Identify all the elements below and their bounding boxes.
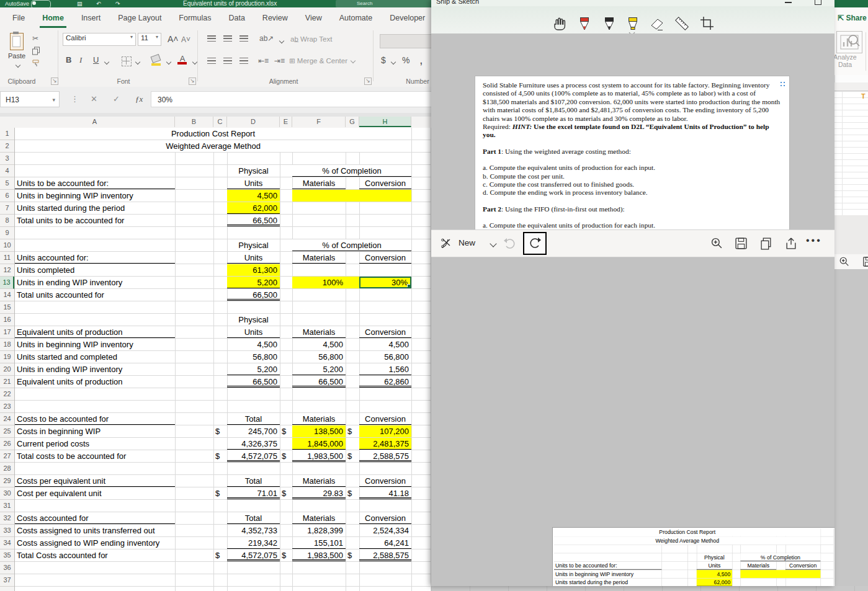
underline-button[interactable]: U <box>93 55 99 64</box>
row-header-5[interactable]: 5 <box>0 177 14 190</box>
row-5[interactable]: Units to be accounted for:UnitsMaterials… <box>15 177 431 190</box>
new-dropdown-chevron[interactable] <box>490 240 496 247</box>
format-painter-icon[interactable] <box>32 59 40 68</box>
align-top-icon[interactable] <box>207 35 216 42</box>
row-header-35[interactable]: 35 <box>0 549 14 562</box>
new-button[interactable]: New <box>459 238 475 247</box>
cell-F34[interactable]: 155,101 <box>292 537 346 549</box>
cell-F30[interactable]: 29.83 <box>292 487 346 499</box>
row-header-27[interactable]: 27 <box>0 450 14 463</box>
cell-D14[interactable]: 66,500 <box>227 289 280 301</box>
tab-review[interactable]: Review <box>254 9 297 28</box>
row-16[interactable]: Physical <box>15 314 431 326</box>
save-icon[interactable]: ▤ <box>77 0 83 7</box>
cell-F35[interactable]: 1,983,500 <box>292 549 346 561</box>
align-bottom-icon[interactable] <box>239 35 248 42</box>
cell-H35[interactable]: 2,588,575 <box>359 549 411 561</box>
redo-icon[interactable]: ↷ <box>115 0 120 7</box>
tab-page-layout[interactable]: Page Layout <box>109 9 170 28</box>
cell-F4[interactable]: % of Completion <box>292 165 411 177</box>
cell-H21[interactable]: 62,860 <box>359 376 411 388</box>
cell-A13[interactable]: Units in ending WIP inventory <box>15 277 175 288</box>
cell-C30[interactable]: $ <box>213 487 227 499</box>
row-7[interactable]: Units started during the period62,000 <box>15 202 431 215</box>
cell-H26[interactable]: 2,481,375 <box>359 438 411 450</box>
row-4[interactable]: Physical% of Completion <box>15 165 431 177</box>
row-header-1[interactable]: 1 <box>0 128 14 140</box>
row-header-32[interactable]: 32 <box>0 512 14 525</box>
cell-A1[interactable]: Production Cost Report <box>15 128 411 140</box>
row-header-6[interactable]: 6 <box>0 190 14 202</box>
cell-E25[interactable]: $ <box>280 425 292 437</box>
cell-A26[interactable]: Current period costs <box>15 438 175 450</box>
row-32[interactable]: Costs accounted forTotalMaterialsConvers… <box>15 512 431 525</box>
row-19[interactable]: Units started and completed56,80056,8005… <box>15 351 431 363</box>
more-options-icon[interactable]: ••• <box>806 235 822 246</box>
cell-F27[interactable]: 1,983,500 <box>292 450 346 462</box>
tab-automate[interactable]: Automate <box>331 9 382 28</box>
cell-A35[interactable]: Total Costs accounted for <box>15 549 175 561</box>
cell-G13[interactable] <box>346 277 359 288</box>
cell-E27[interactable]: $ <box>280 450 292 462</box>
row-header-21[interactable]: 21 <box>0 376 14 388</box>
row-header-22[interactable]: 22 <box>0 388 14 401</box>
tab-data[interactable]: Data <box>220 9 253 28</box>
cell-D30[interactable]: 71.01 <box>227 487 280 499</box>
bold-button[interactable]: B <box>66 55 71 64</box>
alignment-dialog-launcher[interactable]: ↘ <box>364 78 372 85</box>
cell-A12[interactable]: Units completed <box>15 264 175 276</box>
snip-canvas-bottom[interactable]: Production Cost ReportWeighted Average M… <box>431 257 834 586</box>
row-header-10[interactable]: 10 <box>0 239 14 252</box>
cell-F5[interactable]: Materials <box>292 177 346 189</box>
cell-D12[interactable]: 61,300 <box>227 264 280 276</box>
row-header-2[interactable]: 2 <box>0 140 14 153</box>
clipboard-dialog-launcher[interactable]: ↘ <box>51 78 58 85</box>
cell-G25[interactable]: $ <box>346 425 359 437</box>
cell-A25[interactable]: Costs in beginning WIP <box>15 425 175 437</box>
row-9[interactable] <box>15 227 431 239</box>
row-header-37[interactable]: 37 <box>0 574 14 587</box>
cell-D16[interactable]: Physical <box>227 314 280 326</box>
cell-A6[interactable]: Units in beginning WIP inventory <box>15 190 175 202</box>
redo-button-focused[interactable] <box>523 232 547 255</box>
row-14[interactable]: Total units accounted for66,500 <box>15 289 431 301</box>
row-header-11[interactable]: 11 <box>0 252 14 264</box>
save-icon[interactable] <box>735 237 748 250</box>
column-header-F[interactable]: F <box>292 117 346 127</box>
tab-insert[interactable]: Insert <box>73 9 109 28</box>
row-2[interactable]: Weighted Average Method <box>15 140 431 153</box>
cell-H29[interactable]: Conversion <box>359 475 411 487</box>
column-header-B[interactable]: B <box>175 117 213 127</box>
row-26[interactable]: Current period costs4,326,3751,845,0002,… <box>15 438 431 450</box>
row-header-15[interactable]: 15 <box>0 301 14 314</box>
cell-F10[interactable]: % of Completion <box>292 239 411 251</box>
cell-F6[interactable] <box>292 190 411 202</box>
cell-A27[interactable]: Total costs to be accounted for <box>15 450 175 462</box>
cancel-entry-icon[interactable]: ✕ <box>91 91 97 107</box>
tab-developer[interactable]: Developer <box>381 9 434 28</box>
touch-writing-icon[interactable] <box>552 16 568 33</box>
row-24[interactable]: Costs to be accounted forTotalMaterialsC… <box>15 413 431 425</box>
align-right-icon[interactable] <box>239 58 248 64</box>
analyze-data-icon[interactable] <box>836 31 862 53</box>
tab-view[interactable]: View <box>297 9 331 28</box>
row-header-26[interactable]: 26 <box>0 438 14 450</box>
cell-G30[interactable]: $ <box>346 487 359 499</box>
cell-D7[interactable]: 62,000 <box>227 202 280 214</box>
cell-D29[interactable]: Total <box>227 475 280 487</box>
new-snip-icon[interactable] <box>440 237 454 251</box>
save-icon[interactable] <box>862 256 868 267</box>
row-27[interactable]: Total costs to be accounted for$4,572,07… <box>15 450 431 463</box>
italic-button[interactable]: I <box>79 55 82 65</box>
row-header-30[interactable]: 30 <box>0 487 14 500</box>
merge-center-button[interactable]: ⊞ Merge & Center <box>289 56 355 65</box>
copy-icon[interactable] <box>32 47 40 55</box>
row-header-16[interactable]: 16 <box>0 314 14 326</box>
comma-format-icon[interactable]: , <box>419 53 423 67</box>
cell-F13[interactable]: 100% <box>292 277 346 288</box>
align-middle-icon[interactable] <box>223 35 232 42</box>
grow-font-icon[interactable]: A˄ <box>168 34 179 44</box>
row-header-24[interactable]: 24 <box>0 413 14 425</box>
row-header-29[interactable]: 29 <box>0 475 14 487</box>
autosave-toggle[interactable] <box>31 0 51 7</box>
